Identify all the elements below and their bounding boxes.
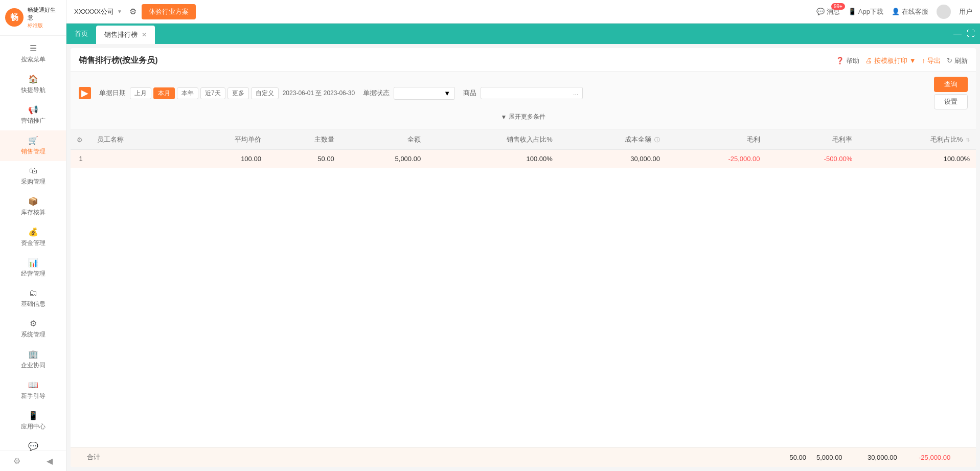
date-buttons: 上月 本月 本年 近7天 更多 自定义	[130, 87, 279, 99]
tab-label: 销售排行榜	[104, 30, 138, 39]
expand-filter-button[interactable]: ▼ 展开更多条件	[79, 109, 968, 124]
app-download-button[interactable]: 📱 App下载	[848, 7, 883, 16]
tab-close-icon[interactable]: ✕	[142, 31, 147, 38]
sales-icon: 🛒	[28, 136, 38, 145]
sidebar-item-guide[interactable]: 📖新手引导	[0, 375, 66, 406]
col-qty-header: 主数量	[267, 130, 340, 150]
sidebar-item-search[interactable]: ☰搜索菜单	[0, 38, 66, 69]
window-maximize-icon[interactable]: ⛶	[967, 29, 975, 38]
sidebar-item-basic-info[interactable]: 🗂基础信息	[0, 283, 66, 313]
sidebar-item-capital[interactable]: 💰资金管理	[0, 222, 66, 253]
message-button[interactable]: 💬 消息 99+	[816, 7, 840, 16]
window-minimize-icon[interactable]: —	[953, 29, 962, 38]
page-container: 销售排行榜(按业务员) ❓ 帮助 🖨 按模板打印 ▼ ↑ 导出	[71, 48, 976, 467]
trial-button[interactable]: 体验行业方案	[142, 4, 196, 19]
filter-actions: 查询 设置	[934, 77, 968, 109]
sidebar-settings-icon[interactable]: ⚙	[13, 456, 20, 466]
export-button[interactable]: ↑ 导出	[922, 56, 941, 65]
export-icon: ↑	[922, 57, 926, 64]
print-button[interactable]: 🖨 按模板打印 ▼	[865, 56, 916, 65]
query-button[interactable]: 查询	[934, 77, 968, 92]
date-filter-group: 单据日期 上月 本月 本年 近7天 更多 自定义 2023-06-01 至 20…	[99, 87, 355, 99]
guide-label: 新手引导	[21, 392, 45, 400]
col-sales-pct-header: 销售收入占比%	[427, 130, 559, 150]
goods-more-icon[interactable]: ...	[573, 89, 578, 97]
sidebar-item-quick-nav[interactable]: 🏠快捷导航	[0, 69, 66, 100]
col-settings-icon[interactable]: ⚙	[77, 136, 83, 144]
status-select[interactable]: ▼	[394, 87, 455, 100]
cost-info-icon[interactable]: ⓘ	[654, 137, 660, 143]
sidebar-item-sales[interactable]: 🛒销售管理	[0, 130, 66, 161]
sidebar-item-operations[interactable]: 📊经营管理	[0, 253, 66, 283]
quick-nav-label: 快捷导航	[21, 86, 45, 95]
sidebar-item-wechat[interactable]: 💬企业微信	[0, 436, 66, 451]
status-filter-label: 单据状态	[363, 88, 390, 98]
date-btn-more[interactable]: 更多	[227, 87, 249, 99]
user-name[interactable]: 用户	[959, 7, 972, 16]
goods-filter-group: 商品 ...	[463, 87, 583, 99]
footer-qty: 50.00	[789, 454, 806, 461]
col-name-header: 员工名称	[91, 130, 179, 150]
service-icon: 👤	[892, 8, 900, 15]
filter-toggle-icon[interactable]: ▶	[79, 87, 91, 99]
sidebar-nav: ☰搜索菜单🏠快捷导航📢营销推广🛒销售管理🛍采购管理📦库存核算💰资金管理📊经营管理…	[0, 36, 66, 451]
date-btn-last-month[interactable]: 上月	[130, 87, 151, 99]
purchase-label: 采购管理	[21, 177, 45, 186]
quick-nav-icon: 🏠	[28, 74, 38, 84]
sidebar-item-enterprise[interactable]: 🏢企业协同	[0, 344, 66, 375]
table-area: ⚙ 员工名称 平均单价 主数量 全额 销售收入占比% 成本全额 ⓘ 毛利 毛利率…	[71, 130, 976, 447]
tab-actions: — ⛶	[953, 29, 980, 38]
date-range-display: 2023-06-01 至 2023-06-30	[283, 89, 355, 98]
content-area: 销售排行榜(按业务员) ❓ 帮助 🖨 按模板打印 ▼ ↑ 导出	[66, 44, 980, 471]
system-label: 系统管理	[21, 330, 45, 339]
purchase-icon: 🛍	[29, 166, 37, 175]
company-settings-icon[interactable]: ⚙	[129, 7, 136, 16]
sidebar-item-inventory[interactable]: 📦库存核算	[0, 191, 66, 222]
main-area: XXXXXX公司 ▼ ⚙ 体验行业方案 💬 消息 99+ 📱 App下载 👤 在…	[66, 0, 980, 471]
search-label: 搜索菜单	[21, 55, 45, 64]
col-settings: ⚙	[71, 130, 91, 150]
inventory-label: 库存核算	[21, 208, 45, 217]
date-btn-custom[interactable]: 自定义	[251, 87, 279, 99]
enterprise-icon: 🏢	[28, 349, 38, 359]
col-amount-header: 全额	[340, 130, 427, 150]
table-header: ⚙ 员工名称 平均单价 主数量 全额 销售收入占比% 成本全额 ⓘ 毛利 毛利率…	[71, 130, 976, 150]
marketing-label: 营销推广	[21, 117, 45, 125]
sidebar-collapse-icon[interactable]: ◀	[47, 456, 53, 466]
app-center-icon: 📱	[28, 411, 38, 420]
goods-input[interactable]: ...	[481, 87, 583, 99]
setting-button[interactable]: 设置	[934, 94, 968, 109]
date-btn-last-7-days[interactable]: 近7天	[200, 87, 225, 99]
sales-pct-cell: 100.00%	[427, 150, 559, 168]
search-icon: ☰	[30, 43, 37, 53]
filter-area: ▶ 单据日期 上月 本月 本年 近7天 更多 自定义 2023-06-01 至 …	[71, 72, 976, 130]
help-label: 帮助	[846, 56, 859, 65]
gross-pct-sort-icon[interactable]: ⇅	[966, 137, 970, 143]
tab-sales-ranking[interactable]: 销售排行榜 ✕	[96, 26, 155, 44]
help-icon: ❓	[836, 57, 844, 64]
sidebar-item-marketing[interactable]: 📢营销推广	[0, 100, 66, 130]
avatar[interactable]	[937, 5, 951, 19]
qty-cell: 50.00	[267, 150, 340, 168]
date-filter-label: 单据日期	[99, 88, 126, 98]
help-button[interactable]: ❓ 帮助	[836, 56, 859, 65]
date-btn-current-year[interactable]: 本年	[177, 87, 198, 99]
guide-icon: 📖	[28, 380, 38, 390]
date-btn-current-month[interactable]: 本月	[153, 87, 175, 99]
sidebar-item-system[interactable]: ⚙系统管理	[0, 313, 66, 344]
refresh-label: 刷新	[954, 56, 968, 65]
tab-home[interactable]: 首页	[66, 24, 96, 44]
sidebar-item-purchase[interactable]: 🛍采购管理	[0, 161, 66, 191]
online-service-button[interactable]: 👤 在线客服	[892, 7, 928, 16]
sales-label: 销售管理	[21, 147, 45, 156]
company-selector[interactable]: XXXXXX公司 ▼	[74, 7, 122, 16]
print-icon: 🖨	[865, 57, 872, 64]
table-body: 1 100.00 50.00 5,000.00 100.00% 30,000.0…	[71, 150, 976, 168]
cost-cell: 30,000.00	[559, 150, 666, 168]
name-cell	[91, 150, 179, 168]
footer-gross: -25,000.00	[919, 454, 970, 461]
online-service-label: 在线客服	[902, 7, 928, 16]
sidebar-item-app-center[interactable]: 📱应用中心	[0, 406, 66, 436]
refresh-button[interactable]: ↻ 刷新	[947, 56, 968, 65]
sidebar: 畅 畅捷通好生意 标准版 ☰搜索菜单🏠快捷导航📢营销推广🛒销售管理🛍采购管理📦库…	[0, 0, 66, 471]
